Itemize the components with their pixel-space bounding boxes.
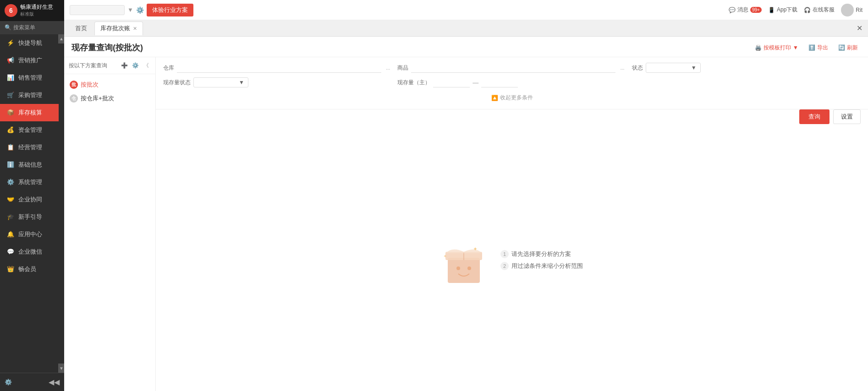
sidebar-item-inventory[interactable]: 📦 库存核算 [0, 104, 59, 121]
refresh-label: 刷新 [847, 44, 858, 52]
nav-label: 畅会员 [18, 265, 36, 273]
settings-plan-btn[interactable]: ⚙️ [131, 61, 140, 70]
plan-item-warehouse-batch[interactable]: 仓 按仓库+批次 [64, 92, 155, 105]
sidebar-item-apps[interactable]: 🔔 应用中心 [0, 226, 59, 243]
scroll-up-arrow[interactable]: ▲ [58, 34, 64, 43]
topbar-right: 💬 消息 99+ 📱 App下载 🎧 在线客服 Rit [729, 4, 863, 16]
status-label: 状态 [632, 64, 643, 72]
warehouse-label: 仓库 [163, 64, 174, 72]
nav-label: 营销推广 [18, 56, 42, 65]
inventory-qty-range: — [433, 78, 626, 87]
filter-row-1: 仓库 ... 商品 ... 状态 [163, 63, 861, 73]
qty-min-input[interactable] [433, 78, 470, 87]
nav-label: 基础信息 [18, 161, 42, 169]
svg-text:✦: ✦ [473, 246, 478, 252]
empty-illustration: ✦ ✦ [441, 237, 487, 283]
nav-label: 系统管理 [18, 178, 42, 186]
sidebar-item-guide[interactable]: 🎓 新手引导 [0, 208, 59, 226]
app-info: 畅康通好生意 标准版 [20, 4, 53, 17]
settings-btn[interactable]: 设置 [833, 109, 861, 124]
tab-bar-close-icon[interactable]: ✕ [857, 24, 863, 33]
warehouse-input[interactable] [177, 63, 381, 73]
filter-row-2: 现存量状态 ▼ 现存量（主） — [163, 77, 861, 87]
sidebar-item-system[interactable]: ⚙️ 系统管理 [0, 174, 59, 191]
tab-close-icon[interactable]: ✕ [133, 26, 137, 32]
tab-home-label: 首页 [75, 24, 87, 33]
sidebar-nav-wrapper: ⚡ 快捷导航 📢 营销推广 📊 销售管理 🛒 采购管理 📦 库存核算 💰 [0, 34, 64, 373]
query-btn[interactable]: 查询 [799, 109, 830, 124]
sidebar-item-member[interactable]: 👑 畅会员 [0, 261, 59, 278]
sidebar-footer: ⚙️ ◀◀ [0, 373, 64, 391]
base-icon: ℹ️ [6, 161, 15, 169]
experience-btn[interactable]: 体验行业方案 [147, 4, 193, 16]
messages-label: 消息 [737, 6, 748, 14]
sidebar-item-management[interactable]: 📋 经营管理 [0, 139, 59, 156]
purchase-icon: 🛒 [6, 91, 15, 99]
warehouse-more[interactable]: ... [384, 65, 392, 71]
right-panel: 仓库 ... 商品 ... 状态 [156, 57, 868, 391]
product-filter: 商品 ... [397, 63, 626, 73]
left-panel-title: 按以下方案查询 [69, 62, 107, 70]
wechat-icon: 💬 [6, 248, 15, 256]
collapse-left-btn[interactable]: 《 [142, 61, 151, 70]
inventory-qty-filter: 现存量（主） — [397, 78, 626, 87]
sidebar-item-quick-nav[interactable]: ⚡ 快捷导航 [0, 34, 59, 52]
nav-label: 新手引导 [18, 213, 42, 221]
plan-label: 按批次 [81, 81, 99, 89]
headset-icon: 🎧 [804, 7, 811, 13]
apps-icon: 🔔 [6, 230, 15, 239]
left-panel-header: 按以下方案查询 ➕ ⚙️ 《 [64, 57, 155, 74]
sidebar-item-base[interactable]: ℹ️ 基础信息 [0, 156, 59, 174]
left-panel-actions: ➕ ⚙️ 《 [120, 61, 151, 70]
body-layout: 按以下方案查询 ➕ ⚙️ 《 批 按批次 仓 按仓库+批次 [64, 57, 868, 391]
tip-num-2: 2 [500, 262, 509, 270]
print-btn[interactable]: 🖨️ 按模板打印 ▼ [752, 43, 801, 53]
export-btn[interactable]: ⬆️ 导出 [806, 43, 831, 53]
top-search-input[interactable] [70, 5, 125, 15]
inventory-status-select[interactable]: ▼ [193, 77, 248, 87]
online-service-action[interactable]: 🎧 在线客服 [804, 6, 835, 14]
refresh-icon: 🔄 [838, 44, 845, 51]
app-download-label: App下载 [777, 6, 797, 14]
add-plan-btn[interactable]: ➕ [120, 61, 129, 70]
user-action[interactable]: Rit [841, 4, 863, 16]
print-dropdown-icon: ▼ [793, 44, 798, 51]
scroll-down-arrow[interactable]: ▼ [58, 364, 64, 373]
sidebar-nav: ⚡ 快捷导航 📢 营销推广 📊 销售管理 🛒 采购管理 📦 库存核算 💰 [0, 34, 59, 373]
sidebar-collapse-icon[interactable]: ◀◀ [49, 378, 60, 386]
svg-text:✦: ✦ [443, 254, 447, 259]
refresh-btn[interactable]: 🔄 刷新 [835, 43, 861, 53]
search-menu[interactable]: 🔍 搜索菜单 [0, 21, 64, 34]
sidebar-item-purchase[interactable]: 🛒 采购管理 [0, 87, 59, 104]
export-label: 导出 [817, 44, 828, 52]
empty-tips: 1 请先选择要分析的方案 2 用过滤条件来缩小分析范围 [500, 250, 583, 270]
page-actions: 🖨️ 按模板打印 ▼ ⬆️ 导出 🔄 刷新 [752, 43, 861, 53]
product-input[interactable] [411, 63, 615, 73]
dropdown-arrow-icon[interactable]: ▼ [127, 6, 133, 13]
qty-max-input[interactable] [481, 78, 518, 87]
sidebar-item-marketing[interactable]: 📢 营销推广 [0, 52, 59, 69]
sidebar-item-wechat[interactable]: 💬 企业微信 [0, 243, 59, 261]
status-select[interactable]: ▼ [646, 63, 701, 73]
sidebar-item-collab[interactable]: 🤝 企业协同 [0, 191, 59, 208]
app-title: 畅康通好生意 [20, 4, 53, 11]
collapse-bar[interactable]: 🔼 收起更多条件 [163, 92, 861, 103]
app-download-action[interactable]: 📱 App下载 [768, 6, 797, 14]
svg-rect-0 [448, 258, 480, 283]
tab-inventory-batch[interactable]: 库存批次账 ✕ [94, 22, 143, 35]
sidebar: 6 畅康通好生意 标准版 🔍 搜索菜单 ⚡ 快捷导航 📢 营销推广 📊 销售管理… [0, 0, 64, 391]
finance-icon: 💰 [6, 126, 15, 134]
tab-inventory-label: 库存批次账 [100, 24, 130, 33]
left-panel: 按以下方案查询 ➕ ⚙️ 《 批 按批次 仓 按仓库+批次 [64, 57, 156, 391]
collapse-label: 收起更多条件 [500, 94, 533, 102]
nav-label: 经营管理 [18, 143, 42, 152]
sidebar-item-finance[interactable]: 💰 资金管理 [0, 121, 59, 139]
tab-home[interactable]: 首页 [70, 22, 93, 35]
messages-action[interactable]: 💬 消息 99+ [729, 6, 762, 14]
sidebar-item-sales[interactable]: 📊 销售管理 [0, 69, 59, 87]
app-edition: 标准版 [20, 11, 53, 17]
product-more[interactable]: ... [618, 65, 626, 71]
plan-item-batch[interactable]: 批 按批次 [64, 78, 155, 92]
gear-icon[interactable]: ⚙️ [136, 6, 144, 14]
settings-icon[interactable]: ⚙️ [5, 379, 12, 386]
